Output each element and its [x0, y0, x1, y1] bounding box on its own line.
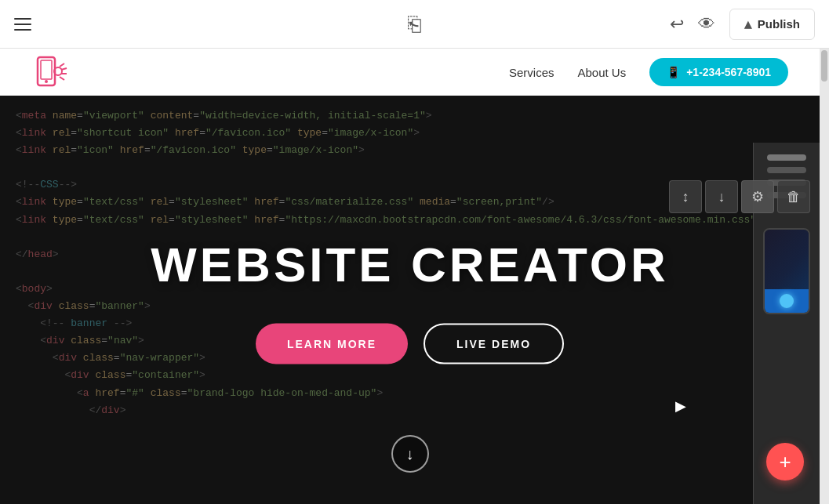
svg-line-6 — [60, 77, 64, 80]
settings-icon: ⚙ — [751, 188, 764, 205]
hero-toolbar-download[interactable]: ↓ — [705, 180, 738, 213]
undo-icon[interactable]: ↩ — [670, 14, 684, 34]
phone-btn-icon: 📱 — [667, 66, 680, 78]
panel-phone-blue-bar — [765, 289, 809, 313]
scrollbar-track[interactable] — [820, 49, 829, 504]
toolbar-right: ↩ 👁 ▴ Publish — [670, 9, 815, 40]
phone-cta-button[interactable]: 📱 +1-234-567-8901 — [649, 58, 788, 86]
about-us-link[interactable]: About Us — [577, 66, 626, 79]
upload-icon: ▴ — [744, 16, 751, 33]
hamburger-line-1 — [14, 18, 31, 20]
services-link[interactable]: Services — [509, 66, 554, 79]
svg-rect-1 — [41, 60, 52, 79]
live-demo-button[interactable]: LIVE DEMO — [424, 323, 564, 364]
publish-label: Publish — [758, 17, 800, 31]
download-icon: ↓ — [718, 189, 725, 205]
main-toolbar: ⎗ ↩ 👁 ▴ Publish — [0, 0, 829, 49]
mobile-preview-icon[interactable]: ⎗ — [408, 12, 421, 36]
trash-icon: 🗑 — [787, 189, 801, 205]
preview-logo — [31, 53, 75, 92]
learn-more-button[interactable]: LEARN MORE — [256, 323, 408, 364]
hero-title: WEBSITE CREATOR — [136, 236, 685, 292]
updown-icon: ↕ — [682, 189, 689, 205]
toolbar-left — [14, 18, 31, 31]
hero-content: WEBSITE CREATOR LEARN MORE LIVE DEMO — [136, 236, 685, 364]
preview-navbar: Services About Us 📱 +1-234-567-8901 — [0, 49, 820, 96]
toolbar-center: ⎗ — [408, 12, 421, 37]
panel-phone-preview — [763, 228, 810, 314]
scrollbar-thumb — [821, 50, 827, 82]
scroll-down-icon: ↓ — [406, 445, 414, 463]
publish-button[interactable]: ▴ Publish — [729, 9, 815, 40]
hero-toolbar-updown[interactable]: ↕ — [669, 180, 702, 213]
hamburger-line-3 — [14, 29, 31, 31]
preview-area: Services About Us 📱 +1-234-567-8901 <met… — [0, 49, 829, 504]
hero-floating-toolbar: ↕ ↓ ⚙ 🗑 — [669, 180, 810, 213]
eye-icon[interactable]: 👁 — [698, 14, 715, 34]
fab-plus-icon: + — [779, 450, 791, 474]
hero-toolbar-settings[interactable]: ⚙ — [741, 180, 774, 213]
svg-line-3 — [60, 63, 64, 67]
hamburger-line-2 — [14, 24, 31, 25]
hamburger-menu[interactable] — [14, 18, 31, 31]
website-preview: Services About Us 📱 +1-234-567-8901 <met… — [0, 49, 820, 504]
hero-toolbar-delete[interactable]: 🗑 — [777, 180, 810, 213]
hero-section: <meta name="viewport" content="width=dev… — [0, 96, 820, 504]
panel-dot-2 — [767, 167, 806, 173]
logo-svg — [31, 53, 75, 92]
scroll-down-button[interactable]: ↓ — [391, 435, 429, 473]
nav-links: Services About Us 📱 +1-234-567-8901 — [509, 58, 788, 86]
svg-point-2 — [45, 80, 48, 83]
panel-phone-circle — [780, 294, 794, 308]
hero-buttons: LEARN MORE LIVE DEMO — [136, 323, 685, 364]
phone-btn-label: +1-234-567-8901 — [686, 66, 771, 78]
fab-add-button[interactable]: + — [766, 443, 804, 480]
panel-dot-1 — [767, 154, 806, 161]
